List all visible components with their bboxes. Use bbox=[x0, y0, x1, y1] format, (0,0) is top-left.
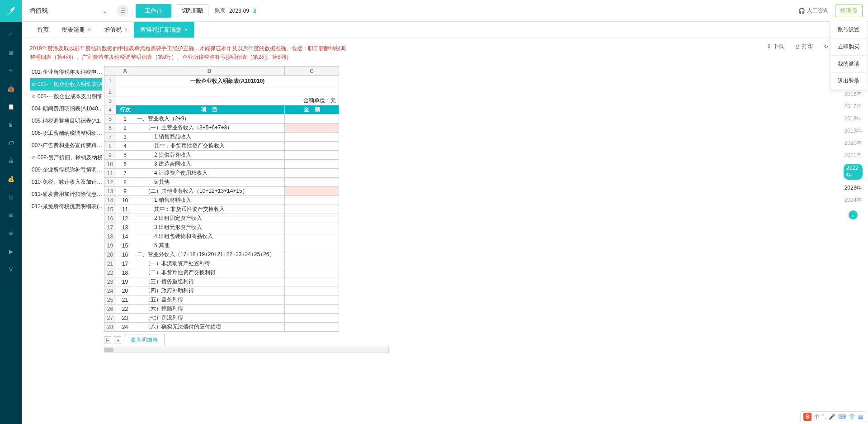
admin-button[interactable]: 管理员 bbox=[835, 5, 863, 17]
org-selector[interactable]: 增值税 ⌄ bbox=[29, 7, 108, 15]
headset-icon: 🎧 bbox=[798, 8, 805, 14]
old-version-button[interactable]: 切到旧版 bbox=[177, 4, 208, 17]
user-menu-item[interactable]: 账号设置 bbox=[830, 21, 867, 22]
org-name: 增值税 bbox=[29, 7, 48, 15]
consult-link[interactable]: 🎧 人工咨询 bbox=[798, 7, 829, 14]
period-label: 账期 bbox=[215, 7, 226, 14]
app-logo[interactable] bbox=[0, 0, 22, 22]
period-value[interactable]: 2023-09 bbox=[229, 8, 249, 14]
topbar: 增值税 ⌄ ☰ 工作台 切到旧版 账期 2023-09 🗓 🎧 人工咨询 管理员 bbox=[0, 0, 868, 22]
user-menu: 账号设置立即购买我的邀请退出登录 bbox=[830, 21, 867, 22]
calendar-icon[interactable]: 🗓 bbox=[252, 8, 257, 14]
doc-icon-button[interactable]: ☰ bbox=[117, 5, 128, 17]
workbench-button[interactable]: 工作台 bbox=[136, 4, 171, 18]
consult-label: 人工咨询 bbox=[807, 7, 829, 14]
chevron-down-icon: ⌄ bbox=[102, 7, 108, 14]
feather-icon bbox=[5, 5, 16, 16]
